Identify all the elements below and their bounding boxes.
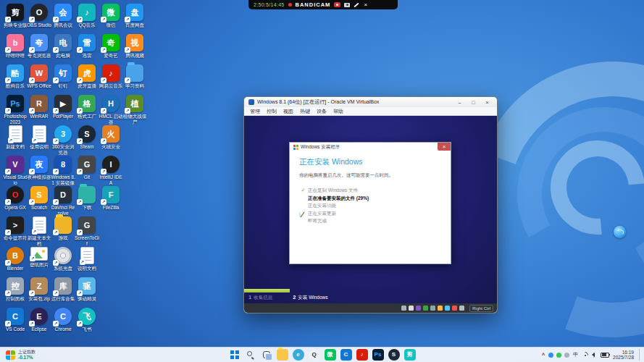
show-desktop-button[interactable]	[639, 349, 642, 361]
desktop-icon[interactable]: 8Windows 8.1 安装镜像	[51, 156, 75, 185]
desktop-icon[interactable]: ♪网易云音乐	[99, 64, 123, 89]
desktop-icon[interactable]: 飞飞书	[75, 308, 99, 332]
maximize-button[interactable]	[468, 98, 479, 106]
taskbar-photoshop[interactable]: Ps	[372, 349, 384, 361]
desktop-icon[interactable]: 微微信	[99, 4, 123, 28]
desktop-icon[interactable]: SSteam	[75, 125, 99, 150]
desktop-icon[interactable]: 驱驱动精灵	[75, 277, 99, 302]
desktop-icon[interactable]: EEclipse	[27, 308, 51, 332]
taskbar-edge-browser[interactable]: e	[293, 349, 304, 361]
desktop-icon[interactable]: OOpera GX	[3, 186, 28, 211]
bandicam-toolbar[interactable]: 2:50:5/14:45 BANDICAM	[248, 0, 398, 9]
vbox-titlebar[interactable]: Windows 8.1 (64位) [正在运行] - Oracle VM Vir…	[244, 97, 497, 107]
desktop-icon[interactable]: 火火绒安全	[99, 125, 123, 150]
mouse-integration-icon[interactable]	[459, 306, 464, 311]
desktop-icon[interactable]: IIntelliJ IDEA	[99, 156, 123, 185]
desktop-icon[interactable]: 学习资料	[122, 64, 147, 89]
close-button[interactable]	[482, 98, 493, 106]
desktop-icon[interactable]: 库运行库合集	[51, 277, 75, 302]
desktop-icon[interactable]: OOBS Studio	[27, 4, 51, 28]
taskbar-start-button[interactable]	[229, 349, 241, 361]
desktop-icon[interactable]: 植植物大战僵尸	[122, 95, 147, 125]
desktop-icon[interactable]: 控控制面板	[3, 277, 28, 302]
menubar-item[interactable]: 管理	[250, 108, 260, 115]
desktop-icon[interactable]: 酷酷狗音乐	[3, 64, 28, 89]
desktop-icon[interactable]: 盘百度网盘	[122, 4, 147, 28]
desktop-icon[interactable]: 壁纸图片	[27, 247, 51, 268]
desktop-icon[interactable]: 电此电脑	[51, 34, 75, 59]
virtualbox-window[interactable]: Windows 8.1 (64位) [正在运行] - Oracle VM Vir…	[243, 96, 498, 313]
draw-icon[interactable]	[354, 2, 359, 7]
network-icon[interactable]	[423, 306, 428, 311]
desktop-icon[interactable]: ▶PotPlayer	[51, 95, 75, 119]
desktop-icon[interactable]: GScreenToGif	[75, 216, 99, 246]
desktop-icon[interactable]: 会腾讯会议	[51, 4, 75, 28]
volume-icon[interactable]	[592, 353, 595, 357]
desktop-icon[interactable]: 雷迅雷	[75, 34, 99, 59]
tray-app-icon[interactable]	[556, 353, 561, 358]
usb-icon[interactable]	[430, 306, 435, 311]
desktop-icon[interactable]: WWPS Office	[27, 64, 51, 89]
record-button[interactable]	[334, 2, 340, 7]
menubar-item[interactable]: 热键	[300, 108, 310, 115]
recording-icon[interactable]	[452, 306, 457, 311]
input-method-indicator[interactable]: 中	[573, 351, 578, 358]
optical-disc-icon[interactable]	[409, 306, 414, 311]
desktop[interactable]: 剪剪映专业版OOBS Studio会腾讯会议♪QQ音乐微微信盘百度网盘b哔哩哔哩…	[0, 0, 644, 362]
tray-app-icon[interactable]	[548, 353, 553, 358]
audio-icon[interactable]	[416, 306, 421, 311]
taskbar-vscode[interactable]: C	[340, 349, 352, 361]
desktop-icon[interactable]: 使用说明	[27, 125, 51, 150]
tray-app-icon[interactable]	[564, 353, 569, 358]
desktop-icon[interactable]: 下载	[75, 186, 99, 211]
desktop-icon[interactable]: 新建文本文档	[27, 216, 51, 246]
dialog-close-button[interactable]	[438, 143, 451, 151]
taskbar-netease-music[interactable]: ♪	[356, 349, 368, 361]
dialog-titlebar[interactable]: Windows 安装程序	[290, 143, 451, 152]
desktop-icon[interactable]: FFileZilla	[99, 186, 123, 211]
desktop-icon[interactable]: 奇爱奇艺	[99, 34, 123, 59]
desktop-icon[interactable]: 格格式工厂	[75, 95, 99, 119]
taskbar-steam[interactable]: S	[388, 349, 400, 361]
desktop-icon[interactable]: PsPhotoshop 2023	[3, 95, 28, 125]
widgets-button[interactable]: 上证指数 -0.17%	[4, 349, 38, 361]
taskbar-qq[interactable]: Q	[309, 349, 320, 361]
desktop-icon[interactable]: HHMCL 启动器	[99, 95, 123, 125]
desktop-icon[interactable]: DDaVinci Resolve	[51, 186, 75, 216]
system-tray[interactable]: 中 16:19 2025/7/28	[542, 348, 642, 362]
desktop-icon[interactable]: 剪剪映专业版	[3, 4, 28, 28]
desktop-icon[interactable]: 虎虎牙直播	[75, 64, 99, 89]
tray-chevron-icon[interactable]	[542, 353, 545, 358]
desktop-icon[interactable]: 游戏	[51, 216, 75, 241]
desktop-icon[interactable]: 夸夸克浏览器	[27, 34, 51, 59]
display-icon[interactable]	[445, 306, 450, 311]
menubar-item[interactable]: 控制	[267, 108, 277, 115]
desktop-icon[interactable]: ♪QQ音乐	[75, 4, 99, 28]
desktop-icon[interactable]: BBlender	[3, 247, 28, 272]
floating-assistant-ball[interactable]	[614, 226, 626, 238]
close-icon[interactable]	[364, 0, 367, 9]
desktop-icon[interactable]: 系统光盘	[51, 247, 75, 272]
taskbar-clock[interactable]: 16:19 2025/7/28	[613, 350, 634, 361]
desktop-icon[interactable]: VVisual Studio	[3, 156, 28, 185]
menubar-item[interactable]: 帮助	[333, 108, 343, 115]
desktop-icon[interactable]: 视腾讯视频	[122, 34, 147, 59]
hdd-icon[interactable]	[401, 306, 406, 311]
desktop-icon[interactable]: 夜夜神模拟器	[27, 156, 51, 180]
taskbar-capcut[interactable]: 剪	[404, 349, 416, 361]
capture-button[interactable]	[344, 3, 350, 7]
wifi-icon[interactable]	[582, 352, 588, 358]
menubar-item[interactable]: 视图	[283, 108, 293, 115]
taskbar-task-view-button[interactable]	[261, 349, 272, 361]
shared-folders-icon[interactable]	[438, 306, 443, 311]
desktop-icon[interactable]: CChrome	[51, 308, 75, 332]
battery-icon[interactable]	[601, 353, 609, 358]
desktop-icon[interactable]: RWinRAR	[27, 95, 51, 119]
desktop-icon[interactable]: b哔哩哔哩	[3, 34, 28, 59]
desktop-icon[interactable]: 钉钉钉	[51, 64, 75, 89]
desktop-icon[interactable]: 新建文档	[3, 125, 28, 150]
taskbar[interactable]: 上证指数 -0.17% eQ微C♪PsS剪 中 16:19 2025/7/28	[0, 347, 644, 362]
menubar-item[interactable]: 设备	[317, 108, 327, 115]
desktop-icon[interactable]: CVS Code	[3, 308, 28, 332]
taskbar-file-explorer-button[interactable]	[277, 349, 288, 361]
